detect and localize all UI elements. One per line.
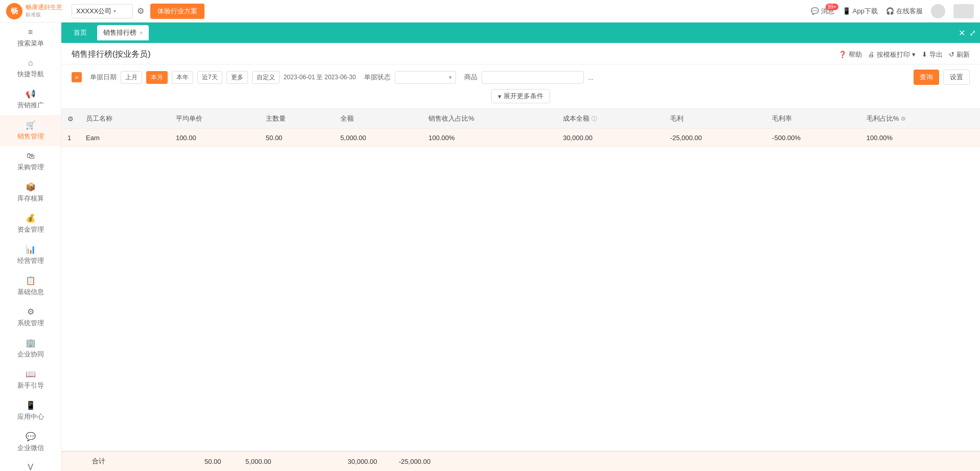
- cell-sales-pct: 100.00%: [422, 129, 557, 147]
- filter-area: » 单据日期 上月 本月 本年 近7天 更多 自定义 2023-06-01 至 …: [61, 64, 980, 109]
- th-profit-pct: 毛利占比% ⚙: [860, 109, 980, 129]
- refresh-button[interactable]: ↺ 刷新: [949, 50, 970, 59]
- settings-icon[interactable]: ⚙: [137, 6, 144, 16]
- tab-bar: 首页 销售排行榜 × ✕ ⤢: [61, 23, 980, 43]
- sidebar: ≡ 搜索菜单 ⌂ 快捷导航 📢 营销推广 🛒 销售管理 🛍 采购管理 📦 库存核…: [0, 23, 61, 471]
- status-filter: 单据状态: [364, 71, 456, 84]
- query-button[interactable]: 查询: [914, 70, 939, 85]
- message-icon: 💬: [811, 7, 819, 15]
- sidebar-label-system: 系统管理: [17, 319, 44, 328]
- company-dropdown-icon: ▾: [113, 8, 116, 14]
- sidebar-item-wechat[interactable]: 💬 企业微信: [0, 427, 61, 458]
- sidebar-label-wechat: 企业微信: [17, 443, 44, 453]
- print-button[interactable]: 🖨 按模板打印 ▾: [868, 50, 916, 59]
- sidebar-item-shortcut[interactable]: ⌂ 快捷导航: [0, 53, 61, 84]
- help-button[interactable]: ❓ 帮助: [838, 50, 862, 59]
- user-name[interactable]: [953, 4, 974, 18]
- cell-profit: -25,000.00: [664, 129, 766, 147]
- cell-amount: 5,000.00: [334, 129, 423, 147]
- th-amount: 全额: [334, 109, 423, 129]
- this-year-btn[interactable]: 本年: [172, 71, 193, 84]
- sidebar-item-sales[interactable]: 🛒 销售管理: [0, 115, 61, 146]
- last-month-btn[interactable]: 上月: [121, 71, 142, 84]
- sidebar-item-purchase[interactable]: 🛍 采购管理: [0, 146, 61, 177]
- sidebar-label-finance: 资金管理: [17, 225, 44, 234]
- tab-close-icon[interactable]: ×: [140, 30, 143, 36]
- sidebar-item-finance[interactable]: 💰 资金管理: [0, 208, 61, 239]
- this-month-btn[interactable]: 本月: [146, 71, 168, 84]
- sidebar-label-enterprise: 企业协同: [17, 350, 44, 359]
- th-main-qty: 主数量: [260, 109, 334, 129]
- table-row[interactable]: 1 Eam 100.00 50.00 5,000.00 100.00% 30,0…: [61, 129, 980, 147]
- tab-label: 销售排行榜: [103, 28, 136, 37]
- profit-pct-icon: ⚙: [901, 116, 906, 122]
- sidebar-item-apps[interactable]: 📱 应用中心: [0, 395, 61, 427]
- filter-collapse-btn[interactable]: »: [72, 72, 82, 82]
- cell-main-qty: 50.00: [260, 129, 334, 147]
- th-avg-price: 平均单价: [170, 109, 260, 129]
- app-download-button[interactable]: 📱 App下载: [842, 7, 878, 16]
- custom-btn[interactable]: 自定义: [252, 71, 280, 84]
- enterprise-icon: 🏢: [26, 338, 36, 348]
- top-right-area: 💬 消息 99+ 📱 App下载 🎧 在线客服: [811, 4, 974, 18]
- settings-button[interactable]: 设置: [943, 70, 970, 85]
- sidebar-item-inventory[interactable]: 📦 库存核算: [0, 177, 61, 208]
- tab-actions: ✕ ⤢: [959, 28, 976, 38]
- last7days-btn[interactable]: 近7天: [197, 71, 222, 84]
- table-container: ⚙ 员工名称 平均单价 主数量 全额 销售收入占比% 成本全额 ⓘ: [61, 109, 980, 451]
- sidebar-item-basics[interactable]: 📋 基础信息: [0, 271, 61, 302]
- th-sales-pct: 销售收入占比%: [422, 109, 557, 129]
- tab-fullscreen-icon[interactable]: ⤢: [969, 28, 976, 38]
- wechat-icon: 💬: [26, 432, 36, 441]
- sidebar-item-marketing[interactable]: 📢 营销推广: [0, 84, 61, 115]
- try-industry-button[interactable]: 体验行业方案: [150, 4, 204, 19]
- logo-sub: 标准版: [26, 11, 62, 18]
- message-button[interactable]: 💬 消息 99+: [811, 7, 834, 16]
- sales-icon: 🛒: [26, 120, 36, 130]
- main-content: 销售排行榜(按业务员) ❓ 帮助 🖨 按模板打印 ▾ ⬇: [61, 43, 980, 471]
- sidebar-item-enterprise[interactable]: 🏢 企业协同: [0, 333, 61, 364]
- data-table: ⚙ 员工名称 平均单价 主数量 全额 销售收入占比% 成本全额 ⓘ: [61, 109, 980, 147]
- sidebar-item-member[interactable]: V 畅会员: [0, 458, 61, 471]
- goods-label: 商品: [464, 73, 477, 82]
- user-avatar[interactable]: [931, 4, 945, 18]
- tab-close-window-icon[interactable]: ✕: [959, 28, 965, 38]
- export-button[interactable]: ⬇ 导出: [922, 50, 943, 59]
- tab-sales-ranking[interactable]: 销售排行榜 ×: [97, 25, 149, 40]
- sidebar-label-inventory: 库存核算: [17, 194, 44, 203]
- app-download-label: App下载: [853, 7, 878, 16]
- expand-more-btn[interactable]: ▾ 展开更多条件: [491, 89, 550, 103]
- goods-input[interactable]: [482, 71, 584, 84]
- goods-more[interactable]: ...: [588, 74, 594, 81]
- th-profit-rate: 毛利率: [766, 109, 860, 129]
- cost-info-icon: ⓘ: [591, 116, 597, 122]
- more-btn[interactable]: 更多: [226, 71, 248, 84]
- message-badge: 99+: [826, 4, 838, 10]
- print-icon: 🖨: [868, 51, 875, 58]
- member-icon: V: [28, 463, 33, 471]
- tab-home[interactable]: 首页: [65, 23, 95, 43]
- online-service-label: 在线客服: [896, 7, 923, 16]
- sidebar-item-operations[interactable]: 📊 经营管理: [0, 239, 61, 271]
- cell-profit-pct: 100.00%: [860, 129, 980, 147]
- phone-icon: 📱: [842, 7, 851, 15]
- sidebar-item-search[interactable]: ≡ 搜索菜单: [0, 23, 61, 53]
- expand-icon: ▾: [498, 93, 502, 100]
- help-icon: ❓: [838, 51, 847, 58]
- cell-index: 1: [61, 129, 80, 147]
- page-title: 销售排行榜(按业务员): [72, 49, 151, 60]
- sidebar-label-guide: 新手引导: [17, 381, 44, 390]
- finance-icon: 💰: [26, 213, 36, 223]
- logo-text: 畅康通好生意: [26, 4, 62, 12]
- sidebar-label-search: 搜索菜单: [17, 39, 44, 48]
- sidebar-item-guide[interactable]: 📖 新手引导: [0, 364, 61, 395]
- online-service-button[interactable]: 🎧 在线客服: [886, 7, 923, 16]
- sidebar-label-marketing: 营销推广: [17, 101, 44, 110]
- company-selector[interactable]: XXXXX公司 ▾: [72, 4, 133, 18]
- sidebar-item-system[interactable]: ⚙ 系统管理: [0, 302, 61, 333]
- status-select[interactable]: [395, 71, 456, 84]
- inventory-icon: 📦: [26, 182, 36, 192]
- cell-name: Eam: [80, 129, 170, 147]
- refresh-icon: ↺: [949, 51, 954, 58]
- print-dropdown-icon: ▾: [912, 51, 916, 58]
